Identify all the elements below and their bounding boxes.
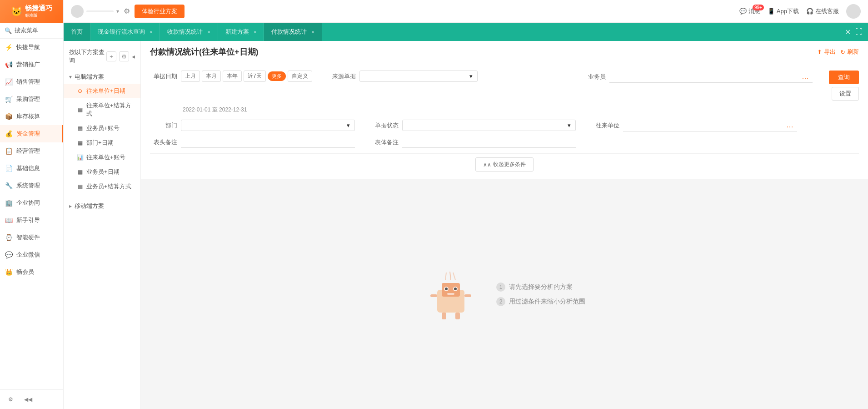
tab-new-plan[interactable]: 新建方案 × xyxy=(218,23,264,41)
sidebar-item-guide[interactable]: 📖 新手引导 xyxy=(0,212,63,229)
scheme-staff-date-label: 业务员+日期 xyxy=(86,168,120,176)
sidebar-item-marketing[interactable]: 📢 营销推广 xyxy=(0,56,63,73)
refresh-btn[interactable]: ↻ 刷新 xyxy=(840,48,859,56)
member-label: 畅会员 xyxy=(16,268,34,276)
left-scheme-panel: 按以下方案查询 + ⚙ ◂ ▾ 电脑端方案 ⊙ 往来单位+日期 xyxy=(64,41,141,409)
sidebar-item-wechat[interactable]: 💬 企业微信 xyxy=(0,246,63,263)
sidebar-item-inventory[interactable]: 📦 库存核算 xyxy=(0,108,63,125)
scheme-staff-settle-label: 业务员+结算方式 xyxy=(86,182,131,191)
date-btn-custom[interactable]: 自定义 xyxy=(288,71,312,82)
scheme-dept-date[interactable]: ▦ 部门+日期 xyxy=(64,136,140,150)
date-btn-more[interactable]: 更多 xyxy=(268,71,286,81)
notifications-btn[interactable]: 💬 消息 99+ xyxy=(739,7,760,15)
sales-icon: 📈 xyxy=(5,78,13,86)
headset-icon: 🎧 xyxy=(806,8,813,15)
sidebar-item-sales[interactable]: 📈 销售管理 xyxy=(0,73,63,91)
filter-area: 单据日期 上月 本月 本年 近7天 更多 自定义 来源单据 xyxy=(141,63,868,179)
close-tab-btn[interactable]: ✕ xyxy=(845,28,851,36)
export-btn[interactable]: ⬆ 导出 xyxy=(817,48,836,56)
sidebar-item-purchase[interactable]: 🛒 采购管理 xyxy=(0,91,63,108)
capital-icon: 💰 xyxy=(5,130,13,138)
tab-cash-bank[interactable]: 现金银行流水查询 × xyxy=(90,23,160,41)
source-dropdown[interactable] xyxy=(359,71,478,82)
date-btn-7days[interactable]: 近7天 xyxy=(244,71,266,82)
tab-home[interactable]: 首页 xyxy=(64,23,90,41)
voucher-status-dropdown[interactable] xyxy=(402,120,576,131)
tab-payment-stats[interactable]: 付款情况统计 × xyxy=(264,23,322,41)
new-plan-tab-close-icon[interactable]: × xyxy=(254,29,256,35)
topbar-gear-icon[interactable]: ⚙ xyxy=(124,7,130,15)
sidebar-item-basic-info[interactable]: 📄 基础信息 xyxy=(0,160,63,177)
wechat-label: 企业微信 xyxy=(16,251,40,259)
date-btn-this-month[interactable]: 本月 xyxy=(202,71,221,82)
date-btn-this-year[interactable]: 本年 xyxy=(223,71,242,82)
user-info-area[interactable]: ▾ xyxy=(71,5,119,18)
tip1-num: 1 xyxy=(496,283,505,292)
app-download-btn[interactable]: 📱 App下载 xyxy=(768,7,799,15)
dept-dropdown[interactable] xyxy=(181,120,355,131)
trial-btn[interactable]: 体验行业方案 xyxy=(135,5,185,18)
related-unit-ellipsis-btn[interactable]: … xyxy=(784,121,795,129)
body-note-input[interactable] xyxy=(402,137,576,148)
app-logo: 🐱 畅捷通巧 标准版 xyxy=(0,0,63,23)
sidebar-item-search[interactable]: 🔍 搜索菜单 xyxy=(0,23,63,39)
scheme-unit-date[interactable]: ⊙ 往来单位+日期 xyxy=(64,84,140,98)
sys-mgmt-label: 系统管理 xyxy=(16,182,40,190)
mobile-section-header[interactable]: ▸ 移动端方案 xyxy=(64,199,140,213)
sidebar-item-member[interactable]: 👑 畅会员 xyxy=(0,263,63,281)
header-note-input[interactable] xyxy=(181,137,355,148)
collapse-sidebar-btn[interactable]: ◀◀ xyxy=(20,394,36,404)
scheme-staff-settle[interactable]: ▦ 业务员+结算方式 xyxy=(64,179,140,194)
sidebar-item-quick-nav[interactable]: ⚡ 快捷导航 xyxy=(0,39,63,56)
panel-toolbar-icons: + ⚙ ◂ xyxy=(106,51,135,61)
filter-settings-btn[interactable]: 设置 xyxy=(832,87,859,101)
scheme-unit-account[interactable]: 📊 往来单位+账号 xyxy=(64,150,140,165)
tab-receipt-stats[interactable]: 收款情况统计 × xyxy=(160,23,218,41)
scheme-unit-settle[interactable]: ▦ 往来单位+结算方式 xyxy=(64,98,140,121)
sidebar-item-sys-mgmt[interactable]: 🔧 系统管理 xyxy=(0,177,63,194)
add-scheme-btn[interactable]: + xyxy=(106,51,116,61)
topbar: ▾ ⚙ 体验行业方案 💬 消息 99+ 📱 App下载 🎧 在线客服 xyxy=(64,0,868,23)
empty-tip-1: 1 请先选择要分析的方案 xyxy=(496,283,585,292)
svg-point-4 xyxy=(445,288,448,290)
desktop-chevron-icon: ▾ xyxy=(69,74,72,80)
sidebar-item-smart-hw[interactable]: ⌚ 智能硬件 xyxy=(0,229,63,246)
collapse-filter-btn[interactable]: ∧∧ 收起更多条件 xyxy=(475,157,534,172)
sidebar-item-enterprise[interactable]: 🏢 企业协同 xyxy=(0,194,63,212)
scheme-staff-account[interactable]: ▦ 业务员+账号 xyxy=(64,121,140,136)
right-content: 付款情况统计(往来单位+日期) ⬆ 导出 ↻ 刷新 xyxy=(141,41,868,409)
panel-toolbar: 按以下方案查询 + ⚙ ◂ xyxy=(64,45,140,67)
scheme-staff-date[interactable]: ▦ 业务员+日期 xyxy=(64,165,140,179)
expand-tab-btn[interactable]: ⛶ xyxy=(855,28,863,36)
voucher-status-label: 单据状态 xyxy=(371,121,399,130)
date-btn-last-month[interactable]: 上月 xyxy=(181,71,200,82)
enterprise-icon: 🏢 xyxy=(5,199,13,207)
business-label: 经营管理 xyxy=(16,147,40,155)
basic-info-label: 基础信息 xyxy=(16,164,40,172)
user-chevron-icon: ▾ xyxy=(116,8,119,15)
settings-footer-btn[interactable]: ⚙ xyxy=(5,394,17,404)
mobile-schemes-section: ▸ 移动端方案 xyxy=(64,197,140,216)
scheme-unit-date-label: 往来单位+日期 xyxy=(86,87,125,95)
query-btn[interactable]: 查询 xyxy=(829,71,859,84)
receipt-stats-tab-close-icon[interactable]: × xyxy=(207,29,210,35)
search-icon: 🔍 xyxy=(5,27,12,34)
desktop-section-header[interactable]: ▾ 电脑端方案 xyxy=(64,70,140,84)
svg-rect-6 xyxy=(447,293,454,295)
svg-line-12 xyxy=(453,273,455,280)
scheme-settings-btn[interactable]: ⚙ xyxy=(119,51,129,61)
marketing-label: 营销推广 xyxy=(16,61,40,69)
payment-stats-tab-label: 付款情况统计 xyxy=(271,28,307,36)
online-service-btn[interactable]: 🎧 在线客服 xyxy=(806,7,839,15)
collapse-panel-btn[interactable]: ◂ xyxy=(132,53,135,60)
nav-tabs-bar: 首页 现金银行流水查询 × 收款情况统计 × 新建方案 × 付款情况统计 × ✕… xyxy=(64,23,868,41)
staff-ellipsis-btn[interactable]: … xyxy=(800,72,811,81)
payment-stats-tab-close-icon[interactable]: × xyxy=(311,29,314,35)
scheme-unit-settle-label: 往来单位+结算方式 xyxy=(86,101,133,118)
sidebar-item-capital[interactable]: 💰 资金管理 xyxy=(0,125,63,142)
cash-bank-tab-close-icon[interactable]: × xyxy=(150,29,152,35)
query-area: 查询 设置 xyxy=(820,71,859,101)
topbar-user-avatar[interactable] xyxy=(846,4,861,19)
sidebar-item-business[interactable]: 📋 经营管理 xyxy=(0,142,63,160)
sidebar: 🐱 畅捷通巧 标准版 🔍 搜索菜单 ⚡ 快捷导航 📢 营销推广 📈 销售管理 🛒… xyxy=(0,0,64,409)
